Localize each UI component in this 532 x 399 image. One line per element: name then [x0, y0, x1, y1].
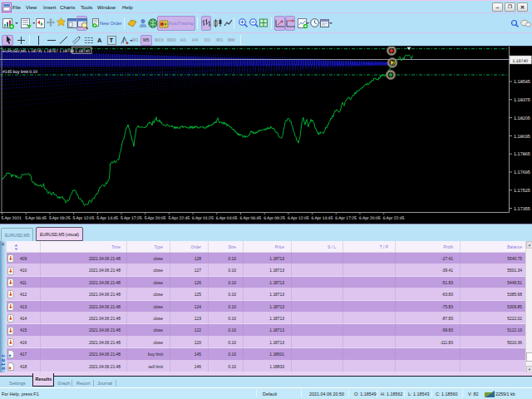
svg-text:1.17525: 1.17525 [514, 189, 530, 194]
svg-text:6 Apr 17:25: 6 Apr 17:25 [335, 216, 357, 221]
svg-text:#145 buy limit 0.10: #145 buy limit 0.10 [2, 70, 37, 75]
svg-text:5 Apr 14:45: 5 Apr 14:45 [96, 216, 118, 221]
svg-text:5 Apr 09:25: 5 Apr 09:25 [49, 216, 71, 221]
svg-text:5 Apr 2021: 5 Apr 2021 [2, 216, 22, 221]
svg-text:5 Apr 06:45: 5 Apr 06:45 [25, 216, 47, 221]
svg-text:6 Apr 20:05: 6 Apr 20:05 [359, 216, 381, 221]
svg-text:5 Apr 17:25: 5 Apr 17:25 [121, 216, 142, 221]
svg-text:6 Apr 06:45: 6 Apr 06:45 [240, 216, 262, 221]
svg-text:1.18205: 1.18205 [514, 116, 530, 121]
svg-text:1.18035: 1.18035 [514, 135, 530, 140]
svg-text:6 Apr 12:05: 6 Apr 12:05 [288, 216, 309, 221]
svg-text:5 Apr 22:45: 5 Apr 22:45 [168, 216, 190, 221]
svg-text:1.17865: 1.17865 [514, 152, 530, 157]
svg-text:5 Apr 20:05: 5 Apr 20:05 [145, 216, 166, 221]
svg-text:6 Apr 22:45: 6 Apr 22:45 [383, 216, 405, 221]
svg-text:1.18375: 1.18375 [514, 98, 530, 103]
svg-text:6 Apr 09:25: 6 Apr 09:25 [264, 216, 285, 221]
svg-text:5 Apr 12:05: 5 Apr 12:05 [73, 216, 95, 221]
svg-text:1.18545: 1.18545 [514, 80, 530, 85]
svg-text:6 Apr 14:45: 6 Apr 14:45 [312, 216, 333, 221]
svg-text:1.17355: 1.17355 [514, 207, 530, 212]
svg-text:1.18740: 1.18740 [513, 59, 529, 64]
svg-text:6 Apr 04:05: 6 Apr 04:05 [216, 216, 238, 221]
svg-text:EURUSD,M5 1.18745 1.18767 1.18: EURUSD,M5 1.18745 1.18767 1.18738 1.1874… [2, 49, 90, 54]
svg-text:6 Apr 01:25: 6 Apr 01:25 [192, 216, 214, 221]
svg-text:T: T [110, 37, 114, 43]
svg-text:1.17695: 1.17695 [514, 170, 530, 175]
